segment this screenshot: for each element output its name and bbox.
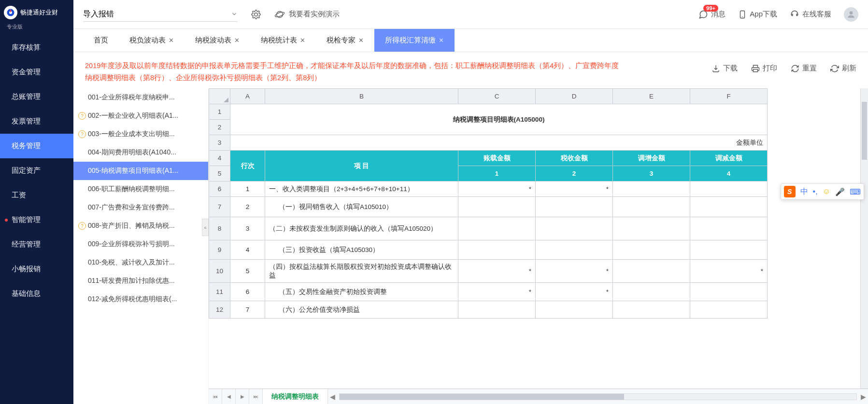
cell[interactable]: * — [458, 260, 536, 283]
tab-tax-payment[interactable]: 纳税波动表✕ — [185, 29, 250, 52]
col-header-a[interactable]: A — [230, 89, 265, 104]
cell[interactable]: * — [690, 260, 768, 283]
nav-intelligence[interactable]: 智能管理 — [0, 208, 73, 232]
close-icon[interactable]: ✕ — [300, 37, 305, 44]
gear-icon[interactable] — [251, 10, 261, 19]
cell[interactable] — [690, 181, 768, 197]
header-decrease[interactable]: 调减金额 — [690, 151, 768, 166]
cell[interactable] — [690, 197, 768, 217]
cell[interactable]: 7 — [230, 301, 265, 319]
col-header-e[interactable]: E — [613, 89, 690, 104]
nav-operations[interactable]: 经营管理 — [0, 232, 73, 257]
cell[interactable] — [613, 260, 690, 283]
unit-cell[interactable]: 金额单位 — [230, 135, 768, 151]
col-header-c[interactable]: C — [458, 89, 536, 104]
row-header[interactable]: 10 — [209, 260, 230, 283]
download-button[interactable]: 下载 — [711, 64, 738, 73]
cell[interactable] — [536, 217, 613, 240]
report-item-003[interactable]: 003-一般企业成本支出明细... — [73, 125, 208, 143]
report-item-006[interactable]: 006-职工薪酬纳税调整明细... — [73, 180, 208, 198]
close-icon[interactable]: ✕ — [169, 37, 174, 44]
nav-basic-info[interactable]: 基础信息 — [0, 281, 73, 306]
row-header[interactable]: 4 — [209, 151, 230, 166]
cell[interactable] — [690, 301, 768, 319]
nav-funds[interactable]: 资金管理 — [0, 60, 73, 84]
ime-punct-icon[interactable]: •, — [813, 187, 818, 196]
cell[interactable]: （三）投资收益（填写A105030） — [265, 240, 458, 260]
cell[interactable] — [613, 240, 690, 260]
vertical-scrollbar[interactable] — [860, 88, 868, 389]
report-item-012[interactable]: 012-减免所得税优惠明细表(... — [73, 290, 208, 308]
close-icon[interactable]: ✕ — [358, 37, 364, 44]
search-input[interactable] — [83, 10, 227, 18]
messages-button[interactable]: 99+ 消息 — [698, 10, 726, 19]
cell[interactable]: （六）公允价值变动净损益 — [265, 301, 458, 319]
header-col-2[interactable]: 2 — [536, 166, 613, 181]
nav-assets[interactable]: 固定资产 — [0, 158, 73, 183]
app-download-button[interactable]: App下载 — [738, 10, 777, 19]
ime-emoji-icon[interactable]: ☺ — [823, 187, 830, 196]
cell[interactable] — [458, 240, 536, 260]
ime-lang-toggle[interactable]: 中 — [800, 187, 808, 197]
col-header-d[interactable]: D — [536, 89, 613, 104]
cell[interactable] — [690, 283, 768, 301]
cell[interactable] — [536, 240, 613, 260]
cell[interactable]: 6 — [230, 283, 265, 301]
row-header[interactable]: 1 — [209, 104, 230, 120]
refresh-button[interactable]: 刷新 — [830, 64, 856, 73]
nav-ledger[interactable]: 总账管理 — [0, 84, 73, 109]
report-item-002[interactable]: 002-一般企业收入明细表(A1... — [73, 107, 208, 125]
header-col-3[interactable]: 3 — [613, 166, 690, 181]
report-item-009[interactable]: 009-企业所得税弥补亏损明... — [73, 235, 208, 253]
ime-mic-icon[interactable]: 🎤 — [835, 187, 845, 196]
cell[interactable]: 3 — [230, 217, 265, 240]
report-item-011[interactable]: 011-研发费用加计扣除优惠... — [73, 272, 208, 290]
col-header-b[interactable]: B — [265, 89, 458, 104]
report-item-004[interactable]: 004-期间费用明细表(A1040... — [73, 143, 208, 162]
cell[interactable]: （四）按权益法核算长期股权投资对初始投资成本调整确认收益 — [265, 260, 458, 283]
row-header[interactable]: 6 — [209, 181, 230, 197]
cell[interactable] — [458, 301, 536, 319]
nav-invoice[interactable]: 发票管理 — [0, 109, 73, 134]
cell[interactable]: （五）交易性金融资产初始投资调整 — [265, 283, 458, 301]
nav-tax[interactable]: 税务管理 — [0, 134, 73, 158]
col-header-f[interactable]: F — [690, 89, 768, 104]
report-item-008[interactable]: 008-资产折旧、摊销及纳税... — [73, 217, 208, 235]
row-header[interactable]: 2 — [209, 120, 230, 135]
report-item-007[interactable]: 007-广告费和业务宣传费跨... — [73, 198, 208, 217]
tab-tax-expert[interactable]: 税检专家✕ — [316, 29, 374, 52]
cell[interactable]: * — [536, 181, 613, 197]
sheet-nav-next[interactable]: ▶ — [236, 389, 249, 404]
report-item-010[interactable]: 010-免税、减计收入及加计... — [73, 253, 208, 272]
avatar[interactable] — [844, 7, 858, 22]
sheet-tab-active[interactable]: 纳税调整明细表 — [263, 389, 328, 404]
close-icon[interactable]: ✕ — [439, 37, 444, 44]
sheet-nav-last[interactable]: ⏭ — [249, 389, 263, 404]
cell[interactable] — [613, 217, 690, 240]
customer-service-button[interactable]: 在线客服 — [790, 10, 831, 19]
report-item-005[interactable]: 005-纳税调整项目明细表(A1... — [73, 162, 208, 180]
header-col-4[interactable]: 4 — [690, 166, 768, 181]
print-button[interactable]: 打印 — [751, 64, 777, 73]
cell[interactable]: 1 — [230, 181, 265, 197]
ime-toolbar[interactable]: S 中 •, ☺ 🎤 ⌨ — [781, 183, 864, 200]
close-icon[interactable]: ✕ — [234, 37, 240, 44]
cell[interactable] — [536, 197, 613, 217]
cell[interactable]: （一）视同销售收入（填写A105010） — [265, 197, 458, 217]
header-rownum[interactable]: 行次 — [230, 151, 265, 181]
cell[interactable] — [690, 240, 768, 260]
nav-inventory[interactable]: 库存核算 — [0, 35, 73, 60]
row-header[interactable]: 11 — [209, 283, 230, 301]
select-all-corner[interactable] — [209, 89, 230, 104]
sheet-nav-first[interactable]: ⏮ — [209, 389, 222, 404]
report-item-001[interactable]: 001-企业所得税年度纳税申... — [73, 88, 208, 107]
tab-income-tax-settlement[interactable]: 所得税汇算清缴✕ — [374, 29, 455, 52]
cell[interactable]: 5 — [230, 260, 265, 283]
sheet-nav-prev[interactable]: ◀ — [222, 389, 236, 404]
tab-tax-burden[interactable]: 税负波动表✕ — [119, 29, 185, 52]
cell[interactable] — [536, 301, 613, 319]
row-header[interactable]: 3 — [209, 135, 230, 151]
cell[interactable]: * — [536, 283, 613, 301]
header-increase[interactable]: 调增金额 — [613, 151, 690, 166]
header-book-amount[interactable]: 账载金额 — [458, 151, 536, 166]
